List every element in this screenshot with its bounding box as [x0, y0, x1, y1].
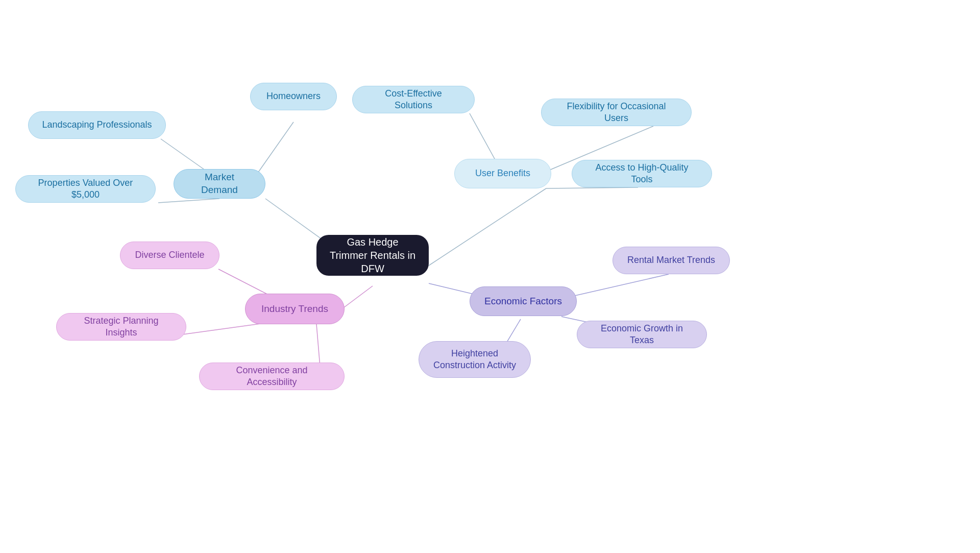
properties-valued-label: Properties Valued Over $5,000 [28, 177, 143, 201]
user-benefits-label: User Benefits [475, 167, 530, 179]
diverse-clientele-label: Diverse Clientele [135, 249, 204, 261]
flexibility-node: Flexibility for Occasional Users [541, 99, 692, 126]
industry-trends-label: Industry Trends [261, 303, 328, 316]
convenience-label: Convenience and Accessibility [212, 365, 332, 389]
market-demand-label: Market Demand [186, 171, 253, 196]
convenience-node: Convenience and Accessibility [199, 363, 345, 390]
svg-line-13 [561, 274, 669, 299]
svg-line-9 [546, 187, 638, 188]
rental-market-label: Rental Market Trends [627, 254, 715, 266]
construction-activity-label: Heightened Construction Activity [431, 348, 518, 372]
industry-trends-node: Industry Trends [245, 294, 345, 324]
svg-line-1 [429, 188, 546, 266]
strategic-planning-label: Strategic Planning Insights [69, 315, 174, 339]
svg-line-6 [158, 199, 219, 203]
landscaping-professionals-node: Landscaping Professionals [28, 111, 166, 139]
diverse-clientele-node: Diverse Clientele [120, 242, 219, 269]
cost-effective-node: Cost-Effective Solutions [352, 86, 475, 113]
economic-factors-node: Economic Factors [470, 286, 577, 316]
user-benefits-node: User Benefits [454, 159, 551, 188]
svg-line-2 [342, 286, 373, 309]
economic-factors-label: Economic Factors [484, 295, 562, 308]
center-label: Gas Hedge Trimmer Rentals in DFW [329, 235, 416, 275]
market-demand-node: Market Demand [174, 169, 265, 199]
access-tools-node: Access to High-Quality Tools [572, 160, 712, 187]
economic-growth-label: Economic Growth in Texas [590, 323, 694, 347]
access-tools-label: Access to High-Quality Tools [584, 162, 699, 186]
center-node: Gas Hedge Trimmer Rentals in DFW [316, 235, 429, 276]
flexibility-label: Flexibility for Occasional Users [554, 101, 679, 125]
strategic-planning-node: Strategic Planning Insights [56, 313, 186, 341]
landscaping-professionals-label: Landscaping Professionals [42, 119, 152, 131]
economic-growth-node: Economic Growth in Texas [577, 321, 707, 348]
homeowners-node: Homeowners [250, 83, 337, 110]
cost-effective-label: Cost-Effective Solutions [365, 88, 462, 112]
properties-valued-node: Properties Valued Over $5,000 [15, 175, 156, 203]
rental-market-node: Rental Market Trends [612, 247, 730, 274]
homeowners-label: Homeowners [266, 90, 321, 102]
construction-activity-node: Heightened Construction Activity [419, 341, 531, 378]
